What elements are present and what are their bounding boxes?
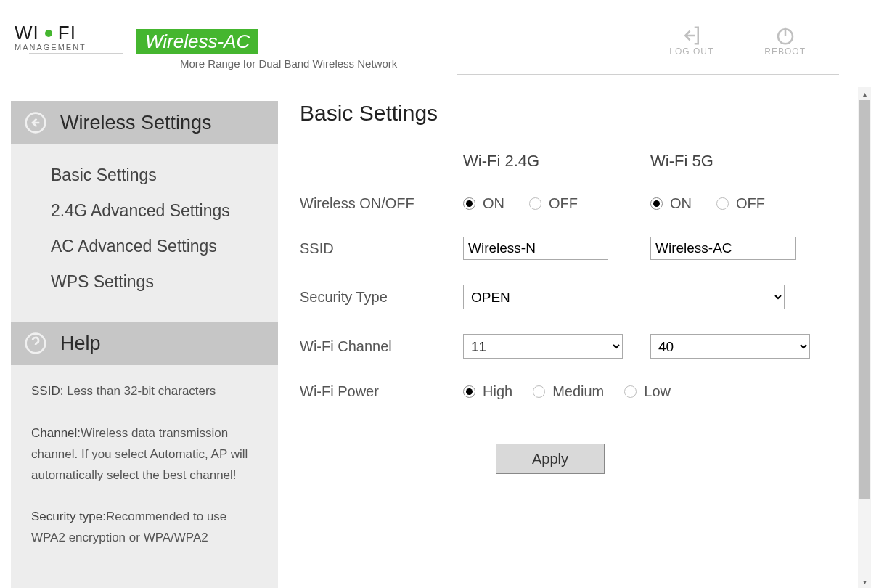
- power-icon: [774, 25, 796, 46]
- radio-on-label: ON: [670, 195, 692, 212]
- sidebar: Wireless Settings Basic Settings 2.4G Ad…: [11, 101, 278, 588]
- radio-power-medium[interactable]: Medium: [533, 383, 604, 400]
- help-ssid-label: SSID:: [31, 384, 63, 398]
- logout-button[interactable]: LOG OUT: [669, 25, 713, 57]
- column-header-5g: Wi-Fi 5G: [650, 152, 838, 171]
- ssid-5g-input[interactable]: [650, 237, 796, 260]
- radio-24g-off[interactable]: OFF: [529, 195, 578, 212]
- label-power: Wi-Fi Power: [300, 383, 463, 400]
- apply-button[interactable]: Apply: [496, 444, 605, 474]
- sidebar-item-basic[interactable]: Basic Settings: [51, 158, 278, 193]
- radio-5g-off[interactable]: OFF: [716, 195, 765, 212]
- radio-24g-on[interactable]: ON: [463, 195, 504, 212]
- ssid-24g-input[interactable]: [463, 237, 608, 260]
- logo-text-2: FI: [58, 22, 76, 44]
- reboot-label: REBOOT: [764, 46, 806, 57]
- logout-icon: [681, 25, 703, 46]
- power-low-label: Low: [644, 383, 671, 400]
- label-wireless-onoff: Wireless ON/OFF: [300, 195, 463, 212]
- security-type-select[interactable]: OPEN: [463, 285, 785, 309]
- reboot-button[interactable]: REBOOT: [764, 25, 806, 57]
- label-ssid: SSID: [300, 240, 463, 257]
- sidebar-item-wps[interactable]: WPS Settings: [51, 264, 278, 300]
- sidebar-help-title: Help: [60, 332, 101, 355]
- sidebar-section-header[interactable]: Wireless Settings: [11, 101, 278, 144]
- channel-5g-select[interactable]: 40: [650, 334, 810, 359]
- sidebar-help-header[interactable]: Help: [11, 322, 278, 365]
- scroll-up-icon[interactable]: ▴: [859, 89, 870, 99]
- power-medium-label: Medium: [552, 383, 604, 400]
- radio-power-high[interactable]: High: [463, 383, 512, 400]
- radio-power-low[interactable]: Low: [624, 383, 671, 400]
- page-title: Basic Settings: [300, 101, 871, 126]
- label-security: Security Type: [300, 289, 463, 306]
- channel-24g-select[interactable]: 11: [463, 334, 623, 359]
- logo-subtitle: MANAGEMENT: [15, 43, 123, 52]
- radio-on-label: ON: [483, 195, 504, 212]
- scroll-down-icon[interactable]: ▾: [859, 576, 870, 587]
- logo-divider: [29, 53, 123, 54]
- radio-off-label: OFF: [736, 195, 765, 212]
- help-ssid-text: Less than 32-bit characters: [63, 384, 216, 398]
- radio-5g-on[interactable]: ON: [650, 195, 692, 212]
- help-icon: [24, 332, 47, 355]
- product-badge: Wireless-AC: [136, 29, 258, 54]
- sidebar-item-ac-advanced[interactable]: AC Advanced Settings: [51, 229, 278, 264]
- scrollbar-thumb[interactable]: [859, 100, 870, 499]
- back-arrow-icon: [24, 111, 47, 134]
- help-channel-label: Channel:: [31, 426, 81, 440]
- tagline: More Range for Dual Band Wireless Networ…: [180, 57, 397, 70]
- help-security-label: Security type:: [31, 510, 106, 523]
- sidebar-section-title: Wireless Settings: [60, 112, 212, 134]
- logo-dot-icon: [45, 30, 52, 37]
- scrollbar[interactable]: ▴ ▾: [858, 87, 871, 588]
- column-header-24g: Wi-Fi 2.4G: [463, 152, 650, 171]
- logo: WI FI MANAGEMENT: [15, 22, 123, 54]
- help-content: SSID: Less than 32-bit characters Channe…: [11, 365, 278, 549]
- logout-label: LOG OUT: [669, 46, 713, 57]
- label-channel: Wi-Fi Channel: [300, 338, 463, 355]
- logo-text-1: WI: [15, 22, 39, 44]
- radio-off-label: OFF: [549, 195, 578, 212]
- power-high-label: High: [483, 383, 512, 400]
- sidebar-item-24g-advanced[interactable]: 2.4G Advanced Settings: [51, 193, 278, 229]
